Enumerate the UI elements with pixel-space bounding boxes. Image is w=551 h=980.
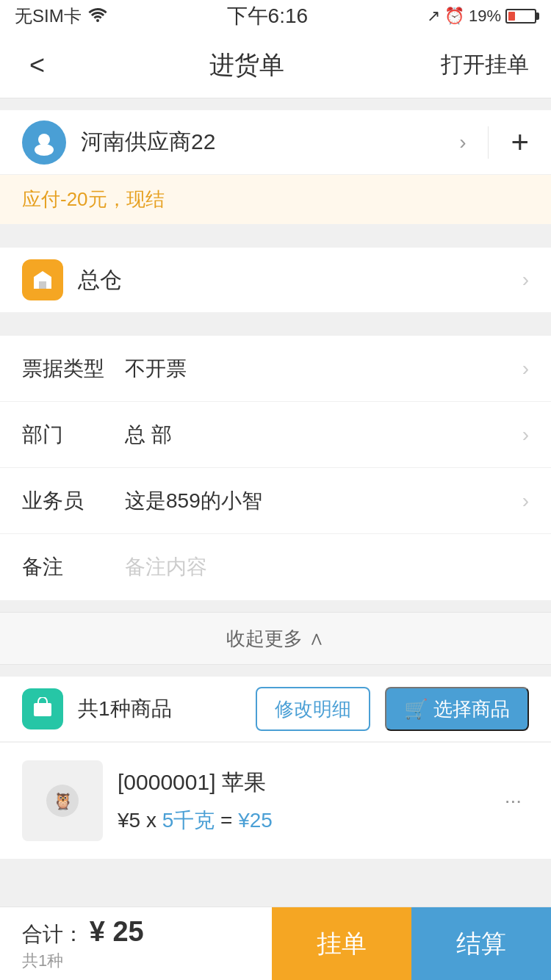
product-more-button[interactable]: ··· [497, 782, 529, 820]
product-info: [0000001] 苹果 ¥5 x 5千克 = ¥25 [118, 768, 483, 835]
collapse-label: 收起更多 ∧ [226, 626, 324, 652]
svg-point-0 [38, 134, 50, 145]
product-title: 苹果 [222, 770, 266, 794]
remark-row[interactable]: 备注 备注内容 [0, 534, 551, 600]
location-icon: ↗ [427, 7, 440, 26]
line-total: ¥25 [238, 809, 273, 832]
supplier-divider [488, 126, 489, 159]
supplier-section[interactable]: 河南供应商22 › + [0, 110, 551, 175]
total-count: 共1种 [22, 950, 250, 972]
department-value: 总 部 [125, 421, 522, 449]
status-left: 无SIM卡 [15, 4, 108, 28]
info-text: 应付-20元，现结 [22, 188, 165, 210]
checkout-button[interactable]: 结算 [411, 907, 551, 981]
warehouse-name: 总仓 [78, 265, 522, 295]
open-pending-button[interactable]: 打开挂单 [441, 50, 529, 80]
salesperson-row[interactable]: 业务员 这是859的小智 › [0, 468, 551, 534]
salesperson-arrow: › [522, 489, 529, 513]
salesperson-value: 这是859的小智 [125, 487, 522, 515]
section-gap-2 [0, 224, 551, 236]
product-price-row: ¥5 x 5千克 = ¥25 [118, 807, 483, 835]
product-card: 🦉 [0000001] 苹果 ¥5 x 5千克 = ¥25 ··· [0, 743, 551, 859]
product-icon [22, 688, 63, 729]
nav-bar: < 进货单 打开挂单 [0, 32, 551, 98]
total-amount: ¥ 25 [90, 916, 144, 947]
wifi-icon [87, 6, 108, 26]
pending-button[interactable]: 挂单 [272, 907, 411, 981]
total-area: 合计： ¥ 25 共1种 [0, 916, 272, 972]
select-product-button[interactable]: 🛒 选择商品 [385, 687, 529, 731]
department-arrow: › [522, 423, 529, 447]
battery-percent: 19% [469, 7, 501, 26]
edit-detail-button[interactable]: 修改明细 [256, 687, 370, 731]
equals-sign: = [220, 809, 238, 832]
carrier-label: 无SIM卡 [15, 4, 82, 28]
warehouse-arrow-icon: › [522, 268, 529, 292]
form-section: 票据类型 不开票 › 部门 总 部 › 业务员 这是859的小智 › 备注 备注… [0, 336, 551, 600]
page-title: 进货单 [209, 48, 284, 82]
department-label: 部门 [22, 421, 125, 449]
alarm-icon: ⏰ [444, 7, 464, 26]
unit-price: ¥5 [118, 809, 140, 832]
remark-placeholder: 备注内容 [125, 553, 529, 581]
product-header: 共1种商品 修改明细 🛒 选择商品 [0, 677, 551, 741]
product-count: 共1种商品 [78, 695, 241, 723]
svg-rect-3 [34, 703, 51, 716]
section-gap-3 [0, 312, 551, 324]
invoice-type-label: 票据类型 [22, 355, 125, 383]
collapse-bar[interactable]: 收起更多 ∧ [0, 612, 551, 665]
product-thumbnail: 🦉 [22, 760, 103, 841]
invoice-type-value: 不开票 [125, 355, 522, 383]
invoice-type-row[interactable]: 票据类型 不开票 › [0, 336, 551, 402]
battery-icon [505, 9, 536, 24]
svg-text:🦉: 🦉 [53, 791, 73, 811]
department-row[interactable]: 部门 总 部 › [0, 402, 551, 468]
back-button[interactable]: < [22, 43, 52, 88]
svg-point-1 [35, 144, 54, 156]
add-supplier-button[interactable]: + [511, 127, 529, 158]
total-row: 合计： ¥ 25 [22, 916, 250, 948]
select-product-label: 选择商品 [433, 696, 510, 722]
quantity: 5千克 [162, 809, 215, 832]
product-code: [0000001] [118, 770, 215, 794]
salesperson-label: 业务员 [22, 487, 125, 515]
cart-icon: 🛒 [404, 698, 428, 721]
status-bar: 无SIM卡 下午6:16 ↗ ⏰ 19% [0, 0, 551, 32]
invoice-type-arrow: › [522, 357, 529, 381]
status-time: 下午6:16 [227, 2, 309, 30]
multiply-sign: x [146, 809, 162, 832]
section-gap-1 [0, 98, 551, 110]
info-banner: 应付-20元，现结 [0, 175, 551, 224]
product-name: [0000001] 苹果 [118, 768, 483, 798]
bottom-bar: 合计： ¥ 25 共1种 挂单 结算 [0, 907, 551, 980]
remark-label: 备注 [22, 553, 125, 581]
supplier-arrow-icon: › [459, 131, 466, 154]
svg-rect-2 [39, 281, 46, 289]
warehouse-icon [22, 259, 63, 300]
status-right: ↗ ⏰ 19% [427, 7, 536, 26]
warehouse-section[interactable]: 总仓 › [0, 248, 551, 312]
total-label: 合计： [22, 923, 84, 945]
supplier-name: 河南供应商22 [81, 127, 459, 157]
supplier-avatar [22, 120, 66, 165]
